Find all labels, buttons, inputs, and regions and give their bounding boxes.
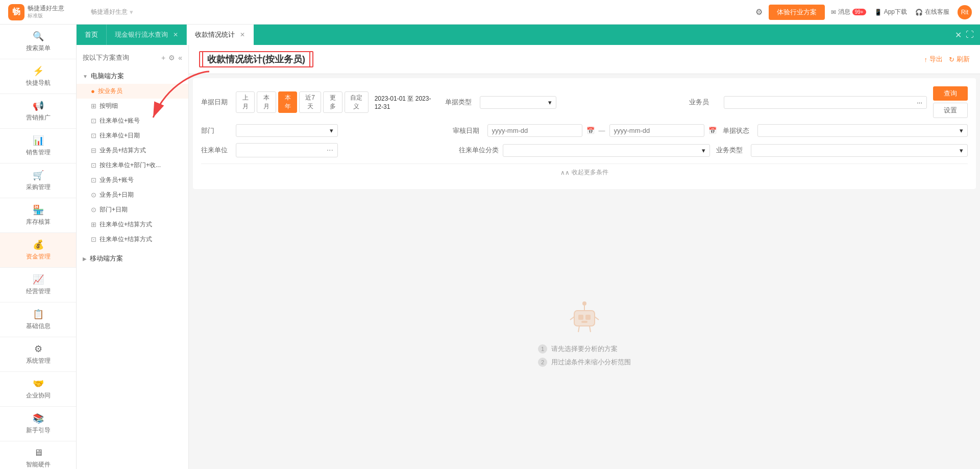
quicknav-icon: ⚡ [33, 65, 44, 77]
trial-button[interactable]: 体验行业方案 [769, 5, 825, 20]
sidebar-item-collab[interactable]: 🤝 企业协同 [0, 372, 76, 407]
tree-item-sd-label: 业务员+日期 [100, 191, 134, 199]
tree-item-partner-date[interactable]: ⊡ 往来单位+日期 [77, 128, 188, 143]
tree-item-partner-settle2[interactable]: ⊡ 往来单位+结算方式 [77, 232, 188, 247]
tree-item-pa-label: 往来单位+账号 [100, 116, 140, 125]
filter-partner-cat-label: 往来单位分类 [459, 146, 499, 155]
panel-collapse-icon[interactable]: « [178, 54, 182, 62]
settings-button[interactable]: 设置 [933, 103, 968, 118]
empty-steps: 1 请先选择要分析的方案 2 用过滤条件来缩小分析范围 [538, 344, 631, 367]
date-btn-last-month[interactable]: 上月 [236, 91, 255, 113]
tree-item-dd-label: 部门+日期 [100, 205, 128, 214]
tree-section-mobile-title[interactable]: ▶ 移动端方案 [77, 251, 188, 266]
date-btn-custom[interactable]: 自定义 [345, 91, 369, 113]
filter-row-1: 单据日期 上月 本月 本年 近7天 更多 自定义 2023-01-01 至 20… [201, 86, 968, 118]
tree-section-mobile-label: 移动端方案 [90, 254, 123, 263]
tree-item-by-salesman[interactable]: ● 按业务员 [77, 84, 188, 99]
app-download-label: App下载 [884, 8, 907, 16]
refresh-button[interactable]: ↻ 刷新 [949, 55, 970, 64]
collapse-button[interactable]: ∧∧ 收起更多条件 [201, 163, 968, 181]
sidebar-item-finance[interactable]: 💰 资金管理 [0, 233, 76, 268]
filter-col-biztype: 业务类型 ▾ [716, 144, 968, 157]
tab-receipts-label: 收款情况统计 [195, 30, 235, 39]
step-2-num: 2 [538, 358, 547, 367]
gear-icon[interactable]: ⚙ [755, 7, 763, 17]
add-scheme-icon[interactable]: + [161, 54, 165, 62]
message-action[interactable]: ✉ 消息 99+ [831, 8, 866, 16]
header-right: ✉ 消息 99+ 📱 App下载 🎧 在线客服 Rit [831, 5, 972, 19]
tab-expand-icon[interactable]: ⛶ [966, 30, 974, 39]
filter-partner-cat-select[interactable]: ▾ [503, 144, 710, 157]
filter-biztype-label: 业务类型 [716, 146, 747, 155]
tree-item-partner-settle1[interactable]: ⊞ 往来单位+结算方式 [77, 217, 188, 232]
date-btn-more[interactable]: 更多 [323, 91, 342, 113]
tree-item-sd-icon: ⊙ [91, 191, 96, 199]
tab-receipts-close[interactable]: ✕ [240, 31, 245, 38]
date-btn-7days[interactable]: 近7天 [299, 91, 321, 113]
tree-item-ps1-label: 往来单位+结算方式 [100, 220, 152, 229]
left-panel-header: 按以下方案查询 + ⚙ « [77, 49, 188, 66]
tree-section-desktop: ▼ 电脑端方案 ● 按业务员 ⊞ 按明细 ⊡ 往来单位+账号 [77, 66, 188, 249]
calendar-to-icon[interactable]: 📅 [708, 127, 717, 134]
tab-cashflow-label: 现金银行流水查询 [115, 30, 168, 39]
online-service-action[interactable]: 🎧 在线客服 [915, 8, 949, 16]
tab-cashflow[interactable]: 现金银行流水查询 ✕ [107, 25, 187, 45]
sidebar-item-system[interactable]: ⚙ 系统管理 [0, 337, 76, 372]
sidebar-item-basic[interactable]: 📋 基础信息 [0, 302, 76, 337]
tab-close-all-icon[interactable]: ✕ [955, 30, 962, 40]
tree-item-by-partner-dept[interactable]: ⊡ 按往来单位+部门+收... [77, 158, 188, 173]
collapse-label: 收起更多条件 [572, 168, 608, 177]
date-btn-this-month[interactable]: 本月 [257, 91, 276, 113]
main-body: 按以下方案查询 + ⚙ « ▼ 电脑端方案 ● 按业务员 [77, 45, 980, 469]
tree-item-salesman-date[interactable]: ⊙ 业务员+日期 [77, 187, 188, 202]
sidebar-item-sales[interactable]: 📊 销售管理 [0, 129, 76, 163]
step-2-text: 用过滤条件来缩小分析范围 [551, 358, 631, 367]
tree-section-desktop-title[interactable]: ▼ 电脑端方案 [77, 68, 188, 84]
filter-review-to-input[interactable] [609, 124, 704, 137]
filter-review-from-input[interactable] [487, 124, 582, 137]
tree-item-dept-date[interactable]: ⊙ 部门+日期 [77, 202, 188, 217]
tree-arrow-down-icon: ▼ [83, 74, 88, 79]
query-button[interactable]: 查询 [933, 86, 968, 101]
scheme-settings-icon[interactable]: ⚙ [168, 54, 175, 62]
tree-item-sac-label: 业务员+账号 [100, 176, 134, 184]
search-icon: 🔍 [33, 31, 44, 42]
filter-partner-more-icon[interactable]: ··· [327, 146, 333, 155]
sidebar-item-search[interactable]: 🔍 搜索菜单 [0, 25, 76, 59]
filter-docstatus-label: 单据状态 [723, 126, 753, 135]
sidebar-item-hardware[interactable]: 🖥 智能硬件 [0, 441, 76, 469]
filter-docstatus-select[interactable]: ▾ [757, 124, 968, 137]
date-range-display: 2023-01-01 至 2023-12-31 [375, 95, 439, 110]
tree-item-by-detail[interactable]: ⊞ 按明细 [77, 99, 188, 113]
tab-cashflow-close[interactable]: ✕ [173, 31, 178, 38]
tree-item-partner-account[interactable]: ⊡ 往来单位+账号 [77, 113, 188, 128]
tab-receipts[interactable]: 收款情况统计 ✕ [187, 25, 254, 45]
sidebar-item-guide[interactable]: 📚 新手引导 [0, 407, 76, 441]
filter-dept-select[interactable]: ▾ [236, 124, 338, 137]
system-icon: ⚙ [34, 343, 42, 355]
user-avatar[interactable]: Rit [958, 5, 972, 19]
export-button[interactable]: ↑ 导出 [924, 55, 943, 64]
empty-state: 1 请先选择要分析的方案 2 用过滤条件来缩小分析范围 [189, 193, 980, 469]
tree-item-pa-icon: ⊡ [91, 117, 96, 125]
filter-salesman-select[interactable]: ··· [724, 96, 927, 109]
sidebar-item-quicknav[interactable]: ⚡ 快捷导航 [0, 59, 76, 94]
tab-home[interactable]: 首页 [77, 25, 107, 45]
logo-version: 标准版 [28, 12, 64, 19]
date-btn-this-year[interactable]: 本年 [278, 91, 297, 113]
filter-partner-select[interactable]: ··· [236, 143, 338, 157]
app-download-action[interactable]: 📱 App下载 [874, 8, 907, 16]
tree-item-salesman-account[interactable]: ⊡ 业务员+账号 [77, 173, 188, 187]
sidebar-label-sales: 销售管理 [26, 148, 51, 157]
sidebar-item-inventory[interactable]: 🏪 库存核算 [0, 198, 76, 233]
tree-item-salesman-settlement[interactable]: ⊟ 业务员+结算方式 [77, 143, 188, 158]
filter-type-select[interactable]: ▾ [480, 96, 556, 109]
filter-row-2: 部门 ▾ 审核日期 📅 — 📅 [201, 124, 968, 137]
sidebar-item-marketing[interactable]: 📢 营销推广 [0, 94, 76, 129]
sidebar-item-operation[interactable]: 📈 经营管理 [0, 268, 76, 302]
calendar-from-icon[interactable]: 📅 [586, 127, 595, 134]
filter-dept-label: 部门 [201, 126, 232, 135]
filter-biztype-select[interactable]: ▾ [751, 144, 968, 157]
filter-biztype-chevron-icon: ▾ [960, 147, 963, 154]
sidebar-item-purchase[interactable]: 🛒 采购管理 [0, 163, 76, 198]
